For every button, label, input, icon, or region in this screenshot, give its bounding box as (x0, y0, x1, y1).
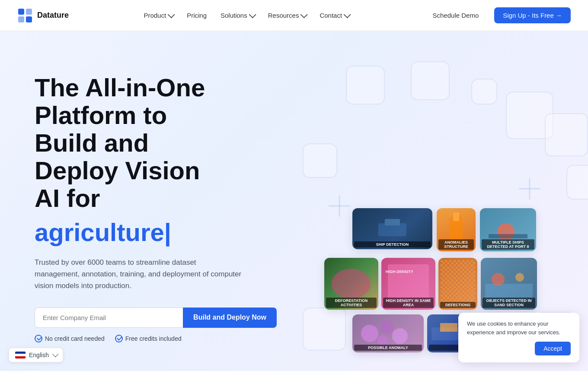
nav-resources[interactable]: Resources (262, 8, 312, 22)
hero-heading: The All-in-One Platform to Build and Dep… (35, 74, 277, 212)
svg-rect-9 (489, 234, 527, 238)
svg-point-17 (492, 273, 505, 286)
flag-icon (15, 352, 26, 358)
svg-point-19 (361, 325, 378, 342)
email-input[interactable] (35, 308, 183, 328)
nav-pricing[interactable]: Pricing (181, 8, 213, 22)
logo-text: Datature (37, 11, 69, 20)
language-selector[interactable]: English (9, 348, 63, 362)
deco-shape (411, 61, 450, 100)
deco-cross (519, 178, 540, 200)
hero-badges: No credit card needed Free credits inclu… (35, 335, 277, 342)
cookie-text: We use cookies to enhance your experienc… (467, 320, 571, 336)
chevron-down-icon (249, 11, 256, 18)
nav-links: Product Pricing Solutions Resources Cont… (137, 8, 355, 22)
cookie-accept-button[interactable]: Accept (535, 342, 571, 355)
deco-shape (303, 308, 346, 351)
chevron-down-icon (344, 11, 351, 18)
hero-form: Build and Deploy Now (35, 308, 277, 328)
tile-high-density: HIGH DENSITY HIGH DENSITY IN SAME AREA (381, 258, 435, 310)
svg-rect-2 (18, 16, 24, 22)
hero-animated-word: agriculture| (35, 219, 277, 246)
svg-rect-3 (26, 16, 32, 22)
svg-text:HIGH DENSITY: HIGH DENSITY (386, 270, 413, 274)
signup-button[interactable]: Sign Up - Its Free → (494, 7, 571, 23)
tile-possible-anomaly: POSSIBLE ANOMALY (352, 314, 424, 352)
nav-product[interactable]: Product (137, 8, 179, 22)
navigation: Datature Product Pricing Solutions Resou… (0, 0, 588, 31)
check-icon (35, 335, 42, 342)
badge-free-credits: Free credits included (115, 335, 182, 342)
svg-rect-1 (26, 9, 32, 15)
svg-rect-5 (385, 219, 400, 225)
chevron-down-icon (300, 11, 308, 18)
deco-shape (471, 79, 497, 105)
language-label: English (29, 352, 49, 358)
badge-no-credit: No credit card needed (35, 335, 105, 342)
svg-point-18 (515, 273, 524, 282)
deco-shape (303, 143, 337, 178)
svg-rect-0 (18, 9, 24, 15)
svg-point-22 (377, 335, 388, 346)
chevron-down-icon (168, 11, 175, 18)
svg-rect-24 (440, 323, 457, 332)
deco-shape (346, 66, 385, 105)
tile-deforestation: DEFORESTATION ACTIVITIES (324, 258, 378, 310)
cookie-banner: We use cookies to enhance your experienc… (458, 313, 579, 362)
deco-cross (329, 195, 350, 217)
hero-left: The All-in-One Platform to Build and Dep… (35, 74, 277, 342)
deco-shape (545, 113, 588, 156)
check-icon (115, 335, 123, 342)
logo[interactable]: Datature (17, 8, 69, 23)
tile-ship-detection: SHIP DETECTION (352, 208, 432, 249)
hero-subtext: Trusted by over 6000 teams to streamline… (35, 257, 242, 292)
nav-contact[interactable]: Contact (313, 8, 355, 22)
nav-right: Schedule Demo Sign Up - Its Free → (424, 7, 571, 23)
tile-objects-detected: OBJECTS DETECTED IN SAND SECTION (481, 258, 537, 310)
svg-rect-7 (453, 212, 459, 221)
tile-defections: DEFECTIONS (438, 258, 477, 310)
svg-rect-13 (441, 260, 475, 308)
svg-point-10 (332, 269, 371, 299)
chevron-down-icon (52, 351, 58, 357)
svg-point-20 (380, 321, 393, 334)
logo-icon (17, 8, 33, 23)
svg-point-21 (392, 328, 408, 344)
nav-solutions[interactable]: Solutions (214, 8, 260, 22)
schedule-demo-button[interactable]: Schedule Demo (424, 7, 488, 23)
tile-multiple-ships: MULTIPLE SHIPS DETECTED AT PORT 8 (480, 208, 536, 251)
cta-button[interactable]: Build and Deploy Now (183, 308, 277, 328)
tile-anomalies-structure: ANOMALIES STRUCTURE (437, 208, 476, 251)
deco-shape (566, 165, 588, 200)
